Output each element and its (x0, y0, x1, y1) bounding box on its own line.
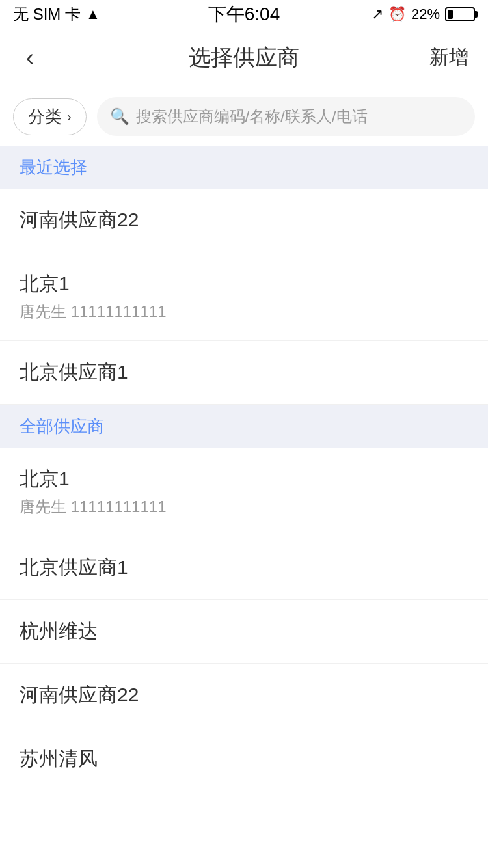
back-button[interactable]: ‹ (20, 38, 40, 78)
battery-fill (448, 10, 453, 19)
list-item[interactable]: 河南供应商22 (0, 664, 488, 727)
supplier-name: 北京1 (20, 466, 468, 493)
supplier-name: 杭州维达 (20, 618, 468, 645)
all-section-header: 全部供应商 (0, 405, 488, 448)
battery-icon (445, 7, 475, 21)
recent-items-list: 河南供应商22 北京1 唐先生 11111111111 北京供应商1 (0, 189, 488, 405)
category-filter[interactable]: 分类 › (13, 98, 87, 135)
all-section-label: 全部供应商 (20, 415, 104, 438)
supplier-name: 北京1 (20, 271, 468, 297)
page-title: 选择供应商 (189, 43, 299, 73)
search-box[interactable]: 🔍 搜索供应商编码/名称/联系人/电话 (97, 97, 475, 136)
alarm-icon: ⏰ (388, 6, 406, 23)
status-time: 下午6:04 (208, 2, 280, 27)
supplier-name: 北京供应商1 (20, 359, 468, 386)
filter-bar: 分类 › 🔍 搜索供应商编码/名称/联系人/电话 (0, 87, 488, 146)
supplier-name: 北京供应商1 (20, 554, 468, 581)
recent-section-header: 最近选择 (0, 146, 488, 189)
list-item[interactable]: 北京供应商1 (0, 536, 488, 600)
carrier-text: 无 SIM 卡 (13, 4, 81, 25)
battery-percent: 22% (411, 6, 440, 23)
supplier-name: 苏州清风 (20, 746, 468, 772)
location-icon: ↗ (372, 6, 383, 23)
supplier-sub: 唐先生 11111111111 (20, 301, 468, 322)
list-item[interactable]: 河南供应商22 (0, 189, 488, 252)
recent-section-label: 最近选择 (20, 156, 87, 179)
all-items-list: 北京1 唐先生 11111111111 北京供应商1 杭州维达 河南供应商22 … (0, 448, 488, 791)
list-item[interactable]: 杭州维达 (0, 600, 488, 664)
chevron-right-icon: › (67, 109, 72, 124)
list-item[interactable]: 北京1 唐先生 11111111111 (0, 252, 488, 341)
wifi-icon: ▲ (86, 6, 100, 23)
nav-bar: ‹ 选择供应商 新增 (0, 29, 488, 87)
list-item[interactable]: 北京1 唐先生 11111111111 (0, 448, 488, 536)
search-icon: 🔍 (110, 107, 129, 126)
category-label: 分类 (28, 105, 62, 128)
status-left: 无 SIM 卡 ▲ (13, 4, 100, 25)
add-button[interactable]: 新增 (429, 44, 468, 71)
supplier-sub: 唐先生 11111111111 (20, 496, 468, 517)
supplier-name: 河南供应商22 (20, 682, 468, 709)
status-right: ↗ ⏰ 22% (372, 6, 475, 23)
status-bar: 无 SIM 卡 ▲ 下午6:04 ↗ ⏰ 22% (0, 0, 488, 29)
list-item[interactable]: 苏州清风 (0, 727, 488, 791)
search-placeholder-text: 搜索供应商编码/名称/联系人/电话 (136, 106, 368, 127)
supplier-name: 河南供应商22 (20, 207, 468, 234)
list-item[interactable]: 北京供应商1 (0, 341, 488, 405)
